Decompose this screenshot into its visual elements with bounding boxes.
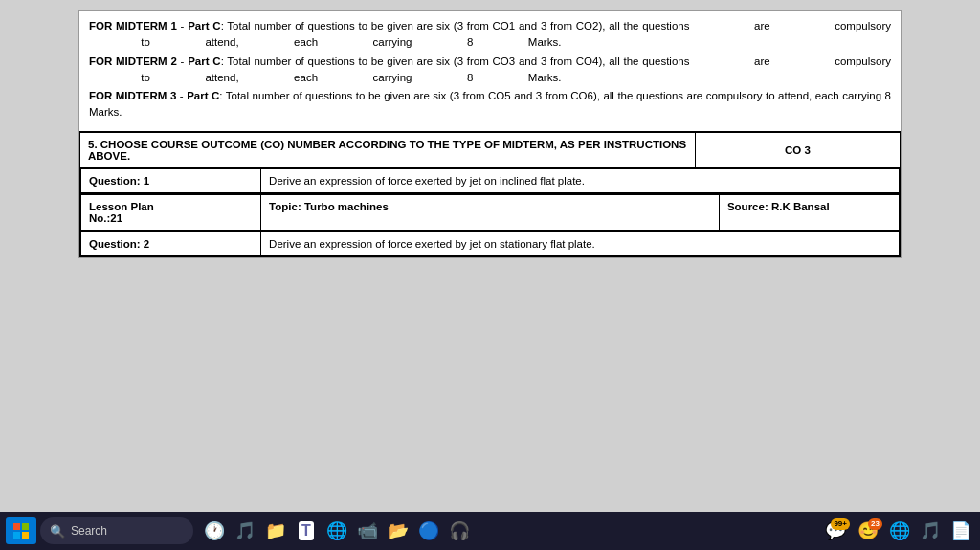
teams-taskbar-icon[interactable]: T <box>293 517 320 544</box>
midterm1-text: FOR MIDTERM 1 - Part C: Total number of … <box>89 18 891 52</box>
spotify-taskbar-icon[interactable]: 🎧 <box>446 517 473 544</box>
search-label: Search <box>71 524 107 538</box>
globe-taskbar-icon[interactable]: 🌐 <box>323 517 350 544</box>
lesson-plan-source: Source: R.K Bansal <box>719 194 899 230</box>
start-button[interactable] <box>6 517 36 544</box>
spotify-right-icon[interactable]: 🎵 <box>917 517 944 544</box>
badge-23-count: 23 <box>868 518 882 530</box>
files-taskbar-icon[interactable]: 📂 <box>385 517 412 544</box>
question-1-label: Question: 1 <box>81 168 261 192</box>
question-2-content: Derive an expression of force exerted by… <box>261 231 900 255</box>
lesson-plan-topic: Topic: Turbo machines <box>261 194 720 230</box>
folder-taskbar-icon[interactable]: 📁 <box>262 517 289 544</box>
badge-99-count: 99+ <box>831 518 850 530</box>
svg-rect-1 <box>22 523 29 530</box>
question-2-label: Question: 2 <box>81 231 261 255</box>
question-2-row: Question: 2 Derive an expression of forc… <box>80 231 901 256</box>
questions-table: 5. CHOOSE COURSE OUTCOME (CO) NUMBER ACC… <box>79 132 901 257</box>
taskbar-right: 💬 99+ 😊 23 🌐 🎵 📄 <box>821 517 974 544</box>
acrobat-icon[interactable]: 📄 <box>947 517 974 544</box>
question-2-cell: Question: 2 Derive an expression of forc… <box>80 231 901 256</box>
video-taskbar-icon[interactable]: 📹 <box>354 517 381 544</box>
notification-badge-99[interactable]: 💬 99+ <box>821 517 850 544</box>
question-1-row: Question: 1 Derive an expression of forc… <box>80 167 901 193</box>
midterm2-text: FOR MIDTERM 2 - Part C: Total number of … <box>89 54 891 87</box>
midterm3-text: FOR MIDTERM 3 - Part C: Total number of … <box>89 88 891 121</box>
svg-rect-0 <box>13 523 20 530</box>
document-content: FOR MIDTERM 1 - Part C: Total number of … <box>78 10 902 258</box>
document-area: FOR MIDTERM 1 - Part C: Total number of … <box>0 0 980 512</box>
taskbar: 🔍 Search 🕐 🎵 📁 T 🌐 📹 📂 🔵 🎧 <box>0 512 980 550</box>
taskbar-icons: 🕐 🎵 📁 T 🌐 📹 📂 🔵 🎧 <box>201 517 473 544</box>
chrome-taskbar-icon[interactable]: 🔵 <box>415 517 442 544</box>
lesson-plan-row: Lesson Plan No.:21 Topic: Turbo machines… <box>80 193 901 231</box>
search-bar[interactable]: 🔍 Search <box>40 517 193 544</box>
clock-taskbar-icon[interactable]: 🕐 <box>201 517 228 544</box>
question-1-content: Derive an expression of force exerted by… <box>261 168 900 192</box>
svg-rect-2 <box>13 532 20 539</box>
chrome-right-icon[interactable]: 🌐 <box>886 517 913 544</box>
instructions-block: FOR MIDTERM 1 - Part C: Total number of … <box>79 11 901 132</box>
search-icon: 🔍 <box>50 524 65 539</box>
svg-rect-3 <box>22 532 29 539</box>
co-header-row: 5. CHOOSE COURSE OUTCOME (CO) NUMBER ACC… <box>80 132 901 167</box>
lesson-plan-cell: Lesson Plan No.:21 Topic: Turbo machines… <box>80 193 901 231</box>
lesson-plan-label: Lesson Plan No.:21 <box>81 194 261 230</box>
notification-badge-23[interactable]: 😊 23 <box>854 517 882 544</box>
co-number-cell: CO 3 <box>695 132 900 167</box>
co-instruction-cell: 5. CHOOSE COURSE OUTCOME (CO) NUMBER ACC… <box>80 132 696 167</box>
question-1-cell: Question: 1 Derive an expression of forc… <box>80 167 901 193</box>
music-taskbar-icon[interactable]: 🎵 <box>232 517 258 544</box>
